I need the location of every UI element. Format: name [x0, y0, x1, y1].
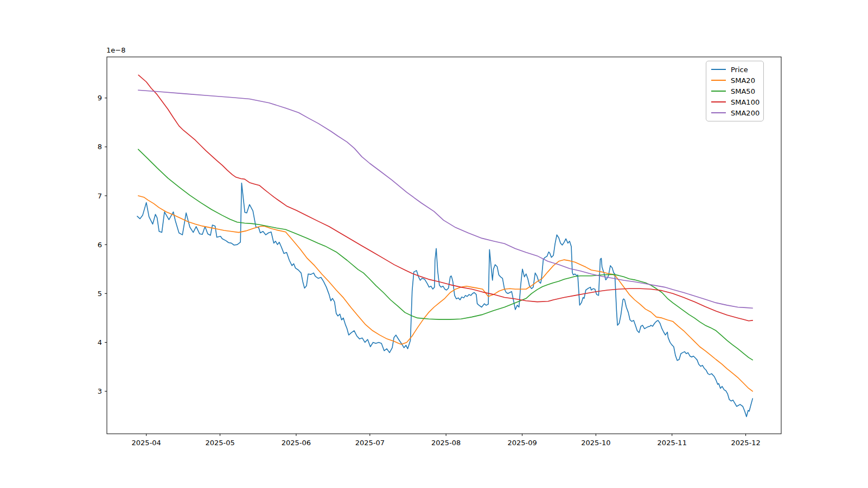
x-tick-label: 2025-11	[658, 439, 687, 447]
x-axis: 2025-042025-052025-062025-072025-082025-…	[132, 434, 761, 447]
y-tick-label: 6	[98, 241, 102, 249]
legend-line-sample	[711, 112, 726, 113]
x-tick-label: 2025-12	[731, 439, 760, 447]
x-tick-label: 2025-05	[205, 439, 234, 447]
legend-item-sma20: SMA20	[711, 75, 760, 86]
legend-line-sample	[711, 91, 726, 92]
series-line-sma20	[138, 196, 753, 391]
x-tick-label: 2025-06	[282, 439, 311, 447]
legend-label: SMA100	[731, 98, 760, 106]
y-axis-offset-text: 1e−8	[106, 46, 125, 54]
legend-item-sma200: SMA200	[711, 107, 760, 118]
series-line-sma200	[138, 90, 753, 308]
x-tick-label: 2025-08	[431, 439, 461, 447]
x-tick-label: 2025-10	[581, 439, 610, 447]
legend-item-sma100: SMA100	[711, 97, 760, 107]
legend-line-sample	[711, 80, 726, 81]
legend-item-sma50: SMA50	[711, 86, 760, 97]
series-lines	[137, 75, 752, 416]
legend-label: SMA50	[731, 87, 755, 95]
y-tick-label: 7	[98, 192, 102, 200]
legend-line-sample	[711, 69, 726, 70]
legend-label: SMA20	[731, 76, 755, 85]
legend-label: Price	[731, 66, 748, 74]
y-tick-label: 5	[98, 290, 102, 298]
figure: 1e−8 2025-042025-052025-062025-072025-08…	[0, 0, 868, 488]
y-tick-label: 9	[98, 94, 102, 102]
y-axis: 3456789	[98, 94, 107, 395]
plot-border	[107, 57, 781, 434]
legend-line-sample	[711, 101, 726, 102]
series-line-price	[137, 183, 752, 417]
legend-item-price: Price	[711, 64, 760, 75]
legend: PriceSMA20SMA50SMA100SMA200	[706, 61, 764, 121]
x-tick-label: 2025-07	[355, 439, 385, 447]
legend-label: SMA200	[731, 109, 760, 117]
series-line-sma100	[138, 75, 752, 320]
y-tick-label: 3	[98, 387, 102, 395]
x-tick-label: 2025-09	[507, 439, 537, 447]
y-tick-label: 8	[98, 143, 102, 151]
x-tick-label: 2025-04	[132, 439, 161, 447]
series-line-sma50	[138, 149, 753, 360]
y-tick-label: 4	[98, 338, 102, 346]
